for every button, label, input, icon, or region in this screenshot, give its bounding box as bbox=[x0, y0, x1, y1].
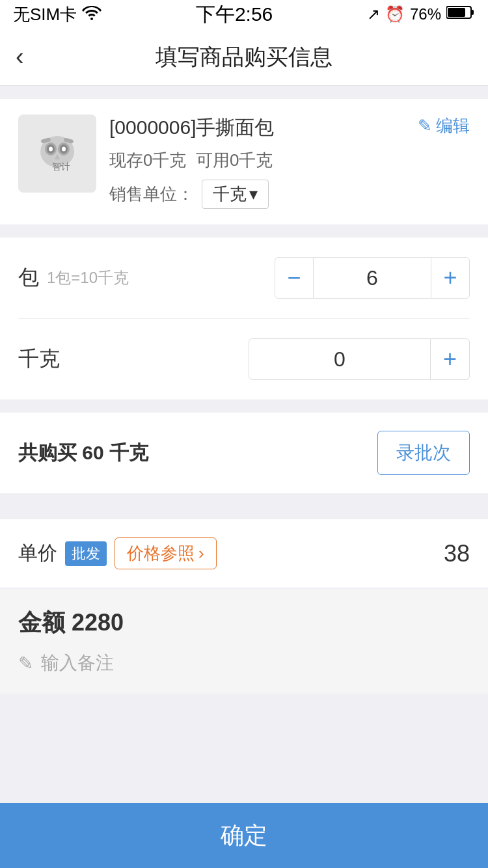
product-name: [0000006]手撕面包 bbox=[109, 115, 470, 141]
wifi-icon bbox=[82, 5, 102, 25]
product-stock: 现存0千克 可用0千克 bbox=[109, 149, 470, 172]
nav-bar: ‹ 填写商品购买信息 bbox=[0, 29, 488, 86]
status-time: 下午2:56 bbox=[196, 1, 273, 28]
amount-value: 2280 bbox=[72, 609, 124, 636]
alarm-icon: ⏰ bbox=[385, 5, 405, 23]
svg-point-8 bbox=[49, 147, 53, 152]
summary-section: 共购买 60 千克 录批次 bbox=[0, 413, 488, 493]
divider-1 bbox=[0, 224, 488, 237]
page-title: 填写商品购买信息 bbox=[156, 42, 332, 72]
status-bar: 无SIM卡 下午2:56 ↗ ⏰ 76% bbox=[0, 0, 488, 29]
amount-section: 金额 2280 ✎ 输入备注 bbox=[0, 589, 488, 694]
kg-input[interactable] bbox=[249, 338, 431, 380]
price-ref-button[interactable]: 价格参照 › bbox=[115, 537, 217, 569]
unit-label: 销售单位： bbox=[109, 183, 194, 206]
bag-input[interactable] bbox=[314, 257, 431, 299]
price-label: 单价 批发 价格参照 › bbox=[18, 537, 217, 569]
status-right: ↗ ⏰ 76% bbox=[367, 5, 475, 23]
product-info: [0000006]手撕面包 现存0千克 可用0千克 销售单位： 千克 ▾ bbox=[109, 115, 470, 209]
battery-icon bbox=[446, 5, 475, 23]
bag-hint: 1包=10千克 bbox=[47, 267, 129, 288]
kg-stepper: + bbox=[249, 338, 470, 380]
bag-stepper: − + bbox=[275, 257, 470, 299]
kg-input-row: 千克 + bbox=[18, 319, 470, 400]
confirm-bar[interactable]: 确定 bbox=[0, 803, 488, 868]
svg-point-9 bbox=[62, 147, 66, 152]
svg-rect-2 bbox=[448, 8, 465, 17]
confirm-button[interactable]: 确定 bbox=[221, 820, 267, 852]
input-section: 包 1包=10千克 − + 千克 + bbox=[0, 237, 488, 400]
unit-select[interactable]: 千克 ▾ bbox=[202, 180, 269, 209]
location-icon: ↗ bbox=[367, 5, 380, 23]
edit-button[interactable]: ✎ 编辑 bbox=[418, 115, 470, 137]
divider-2 bbox=[0, 493, 488, 506]
bag-label: 包 1包=10千克 bbox=[18, 264, 129, 292]
product-thumbnail: 智计 bbox=[18, 115, 96, 193]
dropdown-arrow-icon: ▾ bbox=[249, 184, 258, 204]
product-unit-row: 销售单位： 千克 ▾ bbox=[109, 180, 470, 209]
battery-text: 76% bbox=[410, 5, 441, 23]
price-value: 38 bbox=[444, 540, 470, 567]
price-badge: 批发 bbox=[65, 541, 107, 566]
kg-increment-button[interactable]: + bbox=[431, 338, 470, 380]
summary-text: 共购买 60 千克 bbox=[18, 440, 148, 467]
price-ref-arrow-icon: › bbox=[198, 543, 204, 563]
edit-icon: ✎ bbox=[418, 116, 432, 136]
status-left: 无SIM卡 bbox=[13, 3, 102, 26]
bag-decrement-button[interactable]: − bbox=[275, 257, 314, 299]
bag-input-row: 包 1包=10千克 − + bbox=[18, 237, 470, 319]
price-row: 单价 批发 价格参照 › 38 bbox=[18, 537, 470, 569]
remark-placeholder: 输入备注 bbox=[41, 651, 114, 675]
amount-row: 金额 2280 bbox=[18, 607, 470, 639]
kg-label: 千克 bbox=[18, 345, 60, 373]
carrier-text: 无SIM卡 bbox=[13, 3, 77, 26]
remark-row[interactable]: ✎ 输入备注 bbox=[18, 651, 470, 675]
record-batch-button[interactable]: 录批次 bbox=[377, 431, 470, 475]
svg-rect-1 bbox=[471, 10, 474, 15]
price-section: 单价 批发 价格参照 › 38 bbox=[0, 519, 488, 588]
pencil-icon: ✎ bbox=[18, 653, 33, 674]
product-card: 智计 [0000006]手撕面包 现存0千克 可用0千克 销售单位： 千克 ▾ … bbox=[0, 99, 488, 224]
svg-text:智计: 智计 bbox=[52, 161, 70, 172]
product-thumb-icon: 智计 bbox=[34, 127, 80, 180]
bag-increment-button[interactable]: + bbox=[431, 257, 470, 299]
back-button[interactable]: ‹ bbox=[16, 43, 24, 71]
